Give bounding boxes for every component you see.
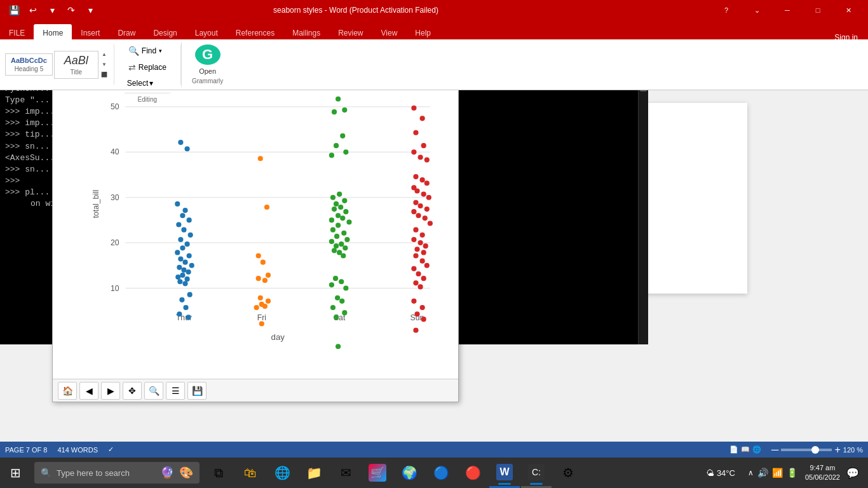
grammarly-button[interactable]: G [195, 44, 220, 65]
dot-sat [330, 195, 336, 200]
chrome-icon-button[interactable]: 🔴 [458, 458, 488, 488]
styles-expand-arrow[interactable]: ⬛ [100, 71, 109, 79]
fig-pan-button[interactable]: ✥ [123, 382, 142, 400]
system-clock[interactable]: 9:47 am 05/06/2022 [805, 463, 840, 483]
save-qat-button[interactable]: 💾 [5, 1, 23, 19]
start-button[interactable]: ⊞ [0, 458, 31, 488]
select-button[interactable]: Select ▾ [125, 78, 156, 89]
dot-sat [333, 276, 338, 281]
style-heading5[interactable]: AaBbCcDc Heading 5 [5, 53, 53, 76]
task-view-button[interactable]: ⧉ [203, 458, 234, 488]
dot-sat [342, 107, 347, 112]
volume-icon[interactable]: 🔊 [757, 468, 768, 478]
dot-thur [187, 292, 193, 297]
dot-sun [413, 253, 418, 258]
fig-forward-button[interactable]: ▶ [101, 382, 120, 400]
mail-icon-button[interactable]: ✉ [330, 458, 361, 488]
dot-sun [420, 233, 425, 238]
edge2-icon-button[interactable]: 🔵 [426, 458, 456, 488]
system-tray: ∧ 🔊 📶 🔋 [743, 468, 803, 478]
zoom-slider[interactable] [781, 449, 832, 451]
word-count: 414 WORDS [57, 446, 98, 454]
dot-thur [176, 222, 181, 227]
dot-thur [181, 227, 186, 233]
dot-fri [258, 156, 263, 161]
arrow-up-icon[interactable]: ∧ [748, 468, 754, 477]
settings-icon-button[interactable]: ⚙ [553, 458, 583, 488]
fig-home-button[interactable]: 🏠 [58, 382, 77, 400]
dot-thur [188, 233, 193, 238]
zoom-out-button[interactable]: ─ [771, 444, 778, 456]
dot-sat [330, 305, 336, 310]
weather-widget[interactable]: 🌤 34°C [701, 468, 740, 478]
word-icon-button[interactable]: W [489, 458, 520, 488]
dot-sat [337, 192, 342, 197]
dot-sat [334, 243, 339, 248]
undo-qat-button[interactable]: ↩ [24, 1, 42, 19]
undo-dropdown-button[interactable]: ▾ [43, 1, 61, 19]
network-icon[interactable]: 📶 [772, 468, 783, 478]
styles-group: AaBbCcDc Heading 5 AaBl Title ▲ ▼ ⬛ [0, 42, 114, 87]
dot-sat [339, 279, 344, 284]
help-button[interactable]: ? [712, 0, 741, 20]
store2-icon: 🛒 [369, 464, 386, 482]
dot-sat [329, 152, 334, 158]
fig-configure-button[interactable]: ☰ [166, 382, 185, 400]
word-status-bar: PAGE 7 OF 8 414 WORDS ✓ 📄 📖 🌐 ─ + 120 % [0, 442, 868, 458]
fig-save-button[interactable]: 💾 [187, 382, 207, 400]
explorer-icon-button[interactable]: 📁 [299, 458, 329, 488]
dot-sun [411, 237, 416, 242]
browser1-icon-button[interactable]: 🌍 [394, 458, 424, 488]
dot-thur [186, 315, 191, 320]
dot-thur [182, 260, 187, 265]
dot-sun [421, 276, 426, 281]
redo-qat-button[interactable]: ↷ [62, 1, 80, 19]
ribbon-display-button[interactable]: ⌄ [742, 0, 771, 20]
dot-sun [414, 188, 419, 193]
fig-zoom-button[interactable]: 🔍 [144, 382, 163, 400]
dot-thur [184, 276, 189, 281]
minimize-button[interactable]: ─ [773, 0, 802, 20]
customize-qat-button[interactable]: ▾ [81, 1, 99, 19]
web-view-icon[interactable]: 🌐 [752, 445, 761, 454]
settings-icon: ⚙ [559, 464, 577, 482]
replace-label: Replace [139, 63, 166, 72]
style-title[interactable]: AaBl Title [54, 51, 98, 79]
zoom-in-button[interactable]: + [834, 444, 840, 456]
search-widget-icon: 🔮 [160, 466, 174, 480]
dot-fri [266, 299, 271, 304]
dot-sat [336, 97, 341, 102]
x-label-fri: Fri [257, 313, 266, 322]
maximize-button[interactable]: □ [803, 0, 832, 20]
explorer-icon: 📁 [305, 464, 323, 482]
store2-icon-button[interactable]: 🛒 [362, 458, 393, 488]
dot-thur [177, 265, 182, 270]
dot-thur [186, 269, 191, 274]
dot-sun [424, 158, 430, 163]
dot-sat [332, 248, 337, 253]
print-view-icon[interactable]: 📄 [729, 445, 738, 454]
dot-sat [342, 310, 347, 315]
dot-sun [413, 174, 418, 179]
notification-button[interactable]: 💬 [843, 458, 863, 488]
chrome-icon: 🔴 [464, 464, 482, 482]
close-button[interactable]: ✕ [834, 0, 863, 20]
cmd-icon-button[interactable]: C: [521, 458, 552, 488]
dot-sun [414, 311, 419, 316]
store-icon-button[interactable]: 🛍 [235, 458, 266, 488]
edge-icon-button[interactable]: 🌐 [267, 458, 297, 488]
dot-sat [341, 231, 346, 236]
taskbar-search-bar[interactable]: 🔍 Type here to search 🔮 🎨 [34, 462, 200, 484]
styles-down-arrow[interactable]: ▼ [100, 60, 109, 69]
quick-access-toolbar: 💾 ↩ ▾ ↷ ▾ [0, 0, 99, 20]
find-button[interactable]: 🔍 Find ▾ [125, 44, 166, 57]
ribbon-content: AaBbCcDc Heading 5 AaBl Title ▲ ▼ ⬛ 🔍 Fi… [0, 39, 868, 90]
dot-sat [334, 234, 339, 239]
battery-icon[interactable]: 🔋 [787, 468, 797, 478]
styles-up-arrow[interactable]: ▲ [100, 50, 109, 59]
title-label: Title [60, 69, 93, 76]
fig-back-button[interactable]: ◀ [79, 382, 98, 400]
replace-button[interactable]: ⇄ Replace [125, 61, 170, 74]
read-mode-icon[interactable]: 📖 [741, 445, 750, 454]
dot-sat [338, 205, 343, 210]
